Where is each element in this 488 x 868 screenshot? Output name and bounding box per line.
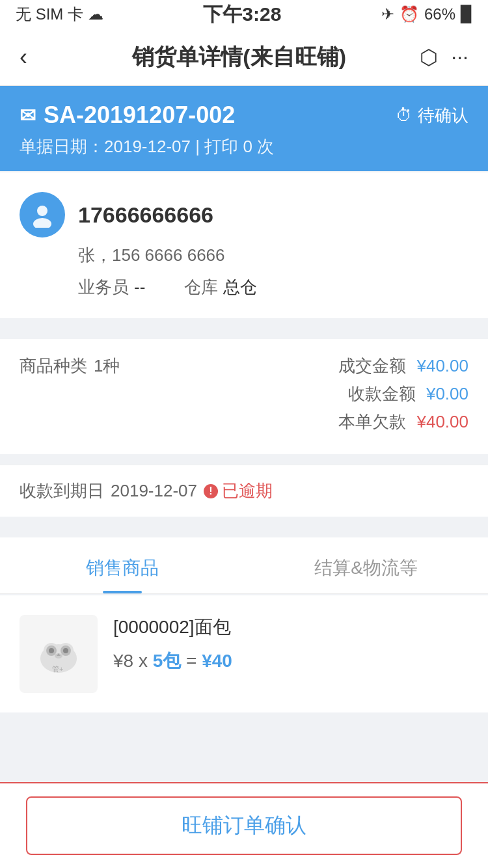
warehouse-value: 总仓 xyxy=(223,276,257,299)
order-header-card: ✉ SA-20191207-002 ⏱ 待确认 单据日期：2019-12-07 … xyxy=(0,86,488,171)
product-types-value: 1种 xyxy=(94,355,120,377)
nav-bar: ‹ 销货单详情(来自旺铺) ⬡ ··· xyxy=(0,29,488,86)
status-left: 无 SIM 卡 ☁ xyxy=(16,4,103,25)
status-right: ✈ ⏰ 66% ▉ xyxy=(381,5,472,23)
sim-status: 无 SIM 卡 ☁ xyxy=(16,4,103,25)
order-number-text: SA-20191207-002 xyxy=(44,102,235,129)
equals: = xyxy=(181,651,202,671)
svg-point-8 xyxy=(63,648,68,653)
summary-section: 商品种类 1种 成交金额 ¥40.00 收款金额 ¥0.00 本单欠款 ¥40.… xyxy=(0,339,488,454)
battery-icon: ▉ xyxy=(461,5,472,23)
product-price: ¥8 x 5包 = ¥40 xyxy=(113,649,468,673)
due-date-label: 收款到期日 xyxy=(20,480,104,502)
back-button[interactable]: ‹ xyxy=(20,44,59,71)
status-bar: 无 SIM 卡 ☁ 下午3:28 ✈ ⏰ 66% ▉ xyxy=(0,0,488,29)
share-button[interactable]: ⬡ xyxy=(420,45,438,70)
order-date: 单据日期：2019-12-07 | 打印 0 次 xyxy=(20,135,468,158)
battery-level: 66% xyxy=(424,5,455,23)
warehouse-label: 仓库 xyxy=(184,276,218,299)
total-price: ¥40 xyxy=(202,651,232,671)
tab-sales-products[interactable]: 销售商品 xyxy=(0,537,244,593)
salesperson-value: -- xyxy=(134,277,145,297)
customer-name: 张，156 6666 6666 xyxy=(78,244,468,267)
nav-actions: ⬡ ··· xyxy=(420,45,468,70)
salesperson-field: 业务员 -- xyxy=(78,276,145,299)
collection-amount-row: 收款金额 ¥0.00 xyxy=(338,383,468,405)
customer-meta: 业务员 -- 仓库 总仓 xyxy=(78,276,468,299)
balance-label: 本单欠款 xyxy=(338,411,406,433)
overdue-text: 已逾期 xyxy=(222,480,273,502)
warehouse-field: 仓库 总仓 xyxy=(184,276,257,299)
tabs-row: 销售商品 结算&物流等 xyxy=(0,537,488,593)
order-status: ⏱ 待确认 xyxy=(396,104,468,127)
svg-text:管+: 管+ xyxy=(52,665,63,673)
status-time: 下午3:28 xyxy=(203,1,281,28)
location-icon: ✈ xyxy=(381,5,394,23)
due-date-section: 收款到期日 2019-12-07 ! 已逾期 xyxy=(0,465,488,517)
product-section: 管+ [0000002]面包 ¥8 x 5包 = ¥40 xyxy=(0,595,488,712)
product-types: 商品种类 1种 xyxy=(20,355,120,377)
tabs-section: 销售商品 结算&物流等 xyxy=(0,537,488,594)
overdue-icon: ! xyxy=(204,484,218,498)
svg-point-1 xyxy=(33,218,51,228)
product-item: 管+ [0000002]面包 ¥8 x 5包 = ¥40 xyxy=(0,595,488,712)
order-number: ✉ SA-20191207-002 xyxy=(20,102,235,129)
order-icon: ✉ xyxy=(20,104,36,127)
transaction-label: 成交金额 xyxy=(338,355,406,377)
svg-point-0 xyxy=(37,206,47,216)
product-info: [0000002]面包 ¥8 x 5包 = ¥40 xyxy=(113,615,468,673)
amount-summary: 成交金额 ¥40.00 收款金额 ¥0.00 本单欠款 ¥40.00 xyxy=(338,355,468,439)
overdue-badge: ! 已逾期 xyxy=(204,480,273,502)
collection-value: ¥0.00 xyxy=(426,384,468,404)
divider-1 xyxy=(0,318,488,329)
quantity: 5包 xyxy=(153,651,182,671)
transaction-value: ¥40.00 xyxy=(416,356,468,376)
svg-point-7 xyxy=(49,648,54,653)
product-types-label: 商品种类 xyxy=(20,355,87,377)
product-thumbnail: 管+ xyxy=(20,615,98,693)
product-name: [0000002]面包 xyxy=(113,615,468,640)
balance-row: 本单欠款 ¥40.00 xyxy=(338,411,468,433)
balance-value: ¥40.00 xyxy=(416,412,468,432)
alarm-icon: ⏰ xyxy=(400,5,419,23)
more-button[interactable]: ··· xyxy=(451,45,468,69)
divider-2 xyxy=(0,517,488,527)
status-text: 待确认 xyxy=(418,104,468,127)
clock-icon: ⏱ xyxy=(396,105,413,126)
collection-label: 收款金额 xyxy=(348,383,416,405)
customer-row: 17666666666 xyxy=(20,192,468,237)
avatar xyxy=(20,192,65,237)
transaction-amount-row: 成交金额 ¥40.00 xyxy=(338,355,468,377)
customer-section: 17666666666 张，156 6666 6666 业务员 -- 仓库 总仓 xyxy=(0,172,488,318)
salesperson-label: 业务员 xyxy=(78,276,129,299)
due-date-value: 2019-12-07 xyxy=(111,481,197,501)
unit-price: ¥8 x xyxy=(113,651,153,671)
customer-phone: 17666666666 xyxy=(78,202,213,228)
tab-settlement[interactable]: 结算&物流等 xyxy=(244,537,488,593)
page-title: 销货单详情(来自旺铺) xyxy=(132,42,346,72)
confirm-order-button[interactable]: 旺铺订单确认 xyxy=(26,796,462,855)
bottom-bar: 旺铺订单确认 xyxy=(0,782,488,868)
